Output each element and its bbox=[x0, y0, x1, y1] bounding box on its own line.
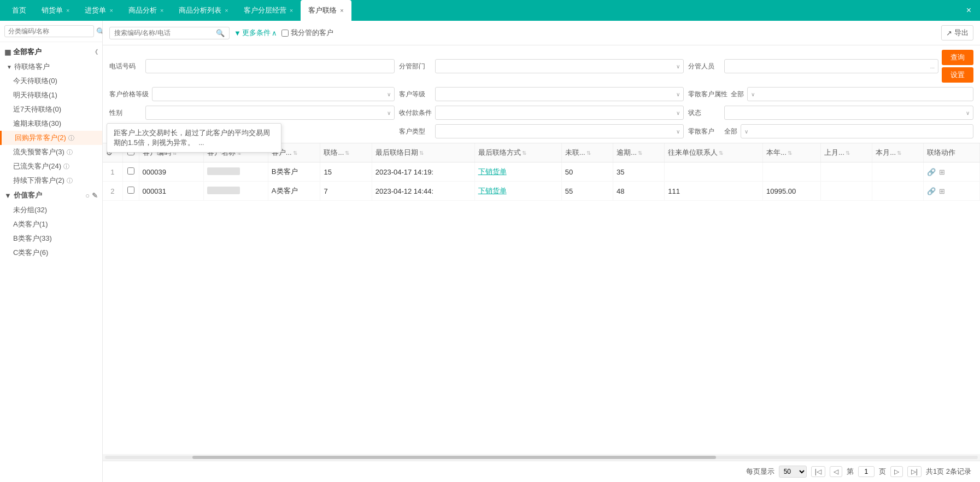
row-not-contacted: 50 bbox=[561, 162, 613, 182]
row-last-contact-method[interactable]: 下销货单 bbox=[474, 162, 561, 182]
sidebar-item-7days[interactable]: 近7天待联络(0) bbox=[0, 102, 102, 117]
phone-input[interactable] bbox=[145, 59, 395, 73]
col-last-contact-date[interactable]: 最后联络日期 ⇅ bbox=[372, 143, 474, 162]
sidebar-section-pending[interactable]: ▼ 待联络客户 bbox=[0, 60, 102, 74]
filter-dept: 分管部门 ∨ bbox=[399, 59, 684, 73]
chevron-down-icon: ∨ bbox=[744, 129, 748, 135]
person-select[interactable]: ... bbox=[724, 59, 938, 73]
my-customers-checkbox[interactable] bbox=[281, 30, 289, 37]
query-button[interactable]: 查询 bbox=[942, 50, 973, 65]
sort-icon: ⇅ bbox=[345, 150, 349, 156]
row-name bbox=[203, 162, 268, 182]
row-checkbox[interactable] bbox=[127, 167, 134, 175]
more-conditions-button[interactable]: ▼ 更多条件 ∧ bbox=[234, 28, 277, 38]
sidebar-root-all-customers[interactable]: ▦ 全部客户 《 bbox=[0, 44, 102, 60]
page-size-select[interactable]: 50 100 200 bbox=[779, 466, 807, 478]
status-select[interactable]: ∨ bbox=[724, 106, 973, 120]
sidebar-item-repeat-buy[interactable]: 回购异常客户(2) ⓘ bbox=[0, 131, 102, 145]
grid-icon[interactable]: ⊞ bbox=[939, 168, 945, 176]
customer-type-select[interactable]: ∨ bbox=[435, 124, 684, 138]
col-not-contacted[interactable]: 未联... ⇅ bbox=[561, 143, 613, 162]
col-contact-person[interactable]: 往来单位联系人 ⇅ bbox=[665, 143, 763, 162]
sort-icon: ⇅ bbox=[293, 150, 297, 156]
page-next-button[interactable]: ▷ bbox=[890, 466, 903, 477]
page-number-input[interactable] bbox=[858, 466, 875, 477]
sidebar-item-lost[interactable]: 已流失客户(24) ⓘ bbox=[0, 159, 102, 173]
sidebar-item-class-a[interactable]: A类客户(1) bbox=[0, 217, 102, 231]
circle-icon[interactable]: ○ bbox=[85, 191, 90, 200]
gender-select[interactable]: ∨ bbox=[145, 106, 395, 120]
filter-phone: 电话号码 bbox=[109, 59, 395, 73]
settings-button[interactable]: 设置 bbox=[942, 67, 973, 83]
row-this-year: 10995.00 bbox=[762, 182, 820, 201]
sidebar-item-loss-warning[interactable]: 流失预警客户(3) ⓘ bbox=[0, 145, 102, 159]
col-last-contact-method[interactable]: 最后联络方式 ⇅ bbox=[474, 143, 561, 162]
close-icon[interactable]: × bbox=[340, 7, 343, 14]
scrollbar-track bbox=[105, 456, 978, 459]
sort-icon: ⇅ bbox=[522, 150, 526, 156]
sort-icon: ⇅ bbox=[897, 150, 901, 156]
page-last-button[interactable]: ▷| bbox=[907, 466, 922, 477]
sidebar-item-class-b[interactable]: B类客户(33) bbox=[0, 231, 102, 246]
col-this-year[interactable]: 本年... ⇅ bbox=[762, 143, 820, 162]
col-overdue[interactable]: 逾期... ⇅ bbox=[613, 143, 665, 162]
toolbar-search-input[interactable] bbox=[114, 29, 216, 37]
filter-action-buttons: 查询 设置 bbox=[942, 50, 973, 83]
close-icon[interactable]: × bbox=[290, 7, 293, 14]
row-checkbox[interactable] bbox=[127, 187, 134, 194]
nav-tab-product-analysis[interactable]: 商品分析 × bbox=[121, 0, 171, 21]
row-contact-count: 15 bbox=[320, 162, 372, 182]
row-last-contact-method[interactable]: 下销货单 bbox=[474, 182, 561, 201]
nav-tab-purchase[interactable]: 进货单 × bbox=[77, 0, 120, 21]
link-icon[interactable]: 🔗 bbox=[927, 168, 936, 176]
window-close-button[interactable]: × bbox=[962, 5, 976, 15]
sidebar-item-unclassified[interactable]: 未分组(32) bbox=[0, 203, 102, 217]
customer-level-select[interactable]: ∨ bbox=[435, 87, 684, 101]
toolbar-search-icon[interactable]: 🔍 bbox=[216, 29, 225, 37]
nav-tab-customer-contact[interactable]: 客户联络 × bbox=[301, 0, 351, 21]
sidebar-item-overdue[interactable]: 逾期未联络(30) bbox=[0, 117, 102, 131]
info-icon: ⓘ bbox=[67, 148, 73, 156]
row-last-month bbox=[820, 162, 872, 182]
sidebar-item-tomorrow[interactable]: 明天待联络(1) bbox=[0, 88, 102, 102]
close-icon[interactable]: × bbox=[225, 7, 228, 14]
price-level-select[interactable]: ∨ bbox=[152, 87, 395, 101]
info-icon: ⓘ bbox=[67, 177, 73, 185]
sidebar-search-icon[interactable]: 🔍 bbox=[96, 27, 103, 36]
col-this-month[interactable]: 本月... ⇅ bbox=[872, 143, 924, 162]
row-action-cell: 🔗 ⊞ bbox=[924, 182, 980, 201]
nav-tab-home[interactable]: 首页 bbox=[4, 0, 34, 21]
sort-icon: ⇅ bbox=[788, 150, 792, 156]
content-area: 🔍 ▼ 更多条件 ∧ 我分管的客户 ↗ 导出 电话号码 bbox=[103, 21, 980, 482]
sidebar-section-value[interactable]: ▼ 价值客户 ○ ✎ bbox=[0, 188, 102, 203]
sidebar-item-class-c[interactable]: C类客户(6) bbox=[0, 246, 102, 260]
retail-attr-select[interactable]: ∨ bbox=[747, 87, 973, 101]
horizontal-scrollbar[interactable] bbox=[103, 454, 980, 461]
page-first-button[interactable]: |◁ bbox=[811, 466, 825, 477]
grid-icon[interactable]: ⊞ bbox=[939, 187, 945, 195]
top-nav: 首页 销货单 × 进货单 × 商品分析 × 商品分析列表 × 客户分层经营 × … bbox=[0, 0, 980, 21]
retail-select[interactable]: ∨ bbox=[741, 124, 973, 138]
link-icon[interactable]: 🔗 bbox=[927, 187, 936, 195]
nav-tab-product-list[interactable]: 商品分析列表 × bbox=[171, 0, 236, 21]
close-icon[interactable]: × bbox=[109, 7, 113, 14]
close-icon[interactable]: × bbox=[160, 7, 163, 14]
sidebar-item-today[interactable]: 今天待联络(0) bbox=[0, 74, 102, 88]
scrollbar-thumb[interactable] bbox=[192, 456, 716, 459]
dept-select[interactable]: ∨ bbox=[435, 59, 684, 73]
edit-icon[interactable]: ✎ bbox=[92, 191, 98, 200]
page-prev-button[interactable]: ◁ bbox=[830, 466, 842, 477]
sidebar-search-input[interactable] bbox=[4, 25, 94, 37]
sidebar-item-declining[interactable]: 持续下滑客户(2) ⓘ bbox=[0, 173, 102, 188]
payment-select[interactable]: ∨ bbox=[435, 106, 684, 120]
row-contact-person: 111 bbox=[665, 182, 763, 201]
row-num: 1 bbox=[103, 162, 122, 182]
nav-tab-customer-layer[interactable]: 客户分层经营 × bbox=[236, 0, 301, 21]
col-last-month[interactable]: 上月... ⇅ bbox=[820, 143, 872, 162]
col-contact-count[interactable]: 联络... ⇅ bbox=[320, 143, 372, 162]
export-button[interactable]: ↗ 导出 bbox=[941, 25, 973, 40]
close-icon[interactable]: × bbox=[66, 7, 69, 14]
nav-tab-sales[interactable]: 销货单 × bbox=[34, 0, 77, 21]
filter-price-level: 客户价格等级 ∨ bbox=[109, 87, 395, 101]
collapse-icon[interactable]: 《 bbox=[92, 48, 98, 56]
